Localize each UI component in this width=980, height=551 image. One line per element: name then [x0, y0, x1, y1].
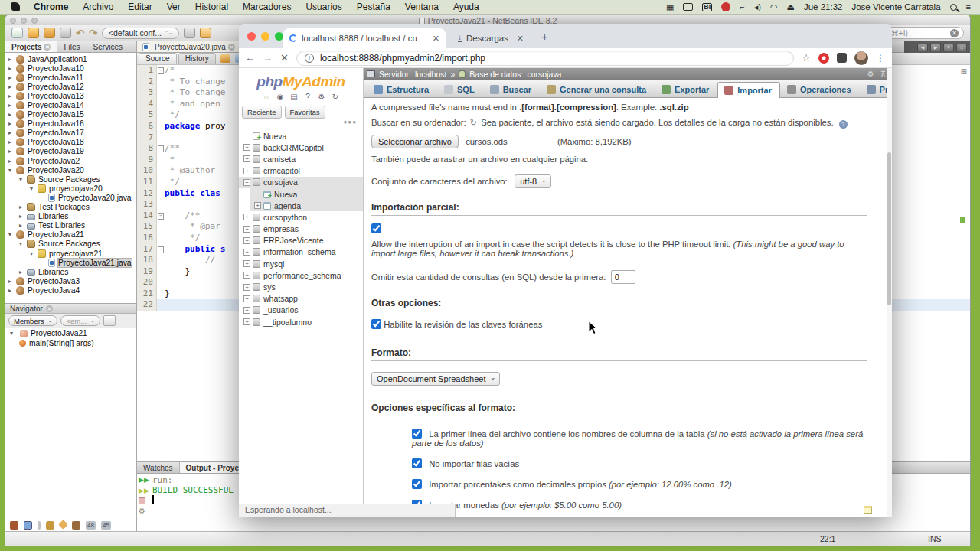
tree-expander-icon[interactable] [8, 148, 15, 155]
fold-marker[interactable] [157, 266, 165, 278]
tree-expander-icon[interactable] [30, 185, 37, 192]
database-tree-item[interactable]: sys [239, 281, 363, 292]
tree-expander-icon[interactable] [243, 307, 250, 314]
database-tree-item[interactable]: cursojava [239, 177, 363, 188]
menubar-item[interactable]: Historial [195, 2, 228, 12]
new-tab-button[interactable]: + [541, 30, 548, 43]
pma-tab[interactable]: Estructura [367, 81, 437, 97]
fold-marker[interactable] [157, 165, 165, 177]
reload-navigation-icon[interactable]: ↻ [331, 93, 341, 102]
menubar-user[interactable]: Jose Vicente Carratala [851, 2, 940, 11]
clear-search-icon[interactable]: ✕ [950, 29, 959, 37]
close-navigator-icon[interactable]: ✕ [46, 305, 53, 312]
menubar-item[interactable]: Ver [167, 2, 181, 12]
site-info-icon[interactable]: i [305, 54, 314, 63]
fold-marker[interactable] [157, 99, 165, 110]
extension-icon[interactable] [818, 53, 829, 64]
redo-icon[interactable]: ↷ [89, 28, 97, 38]
help-icon[interactable]: ? [839, 120, 848, 129]
tab-projects[interactable]: Projects✕ [5, 41, 57, 52]
wifi-icon[interactable]: ◠ [770, 3, 778, 11]
fold-marker[interactable] [157, 188, 165, 200]
statusbar-icon[interactable] [46, 521, 54, 530]
database-tree-item[interactable]: Nueva [250, 188, 363, 200]
scrollbar-track[interactable] [887, 68, 892, 517]
tree-expander-icon[interactable] [8, 278, 15, 285]
project-tree-item[interactable]: ProyectoJava20 [5, 165, 136, 174]
project-tree-item[interactable]: ProyectoJava14 [5, 100, 136, 109]
tree-expander-icon[interactable] [10, 330, 17, 337]
tree-expander-icon[interactable] [243, 144, 250, 151]
rerun-icon[interactable]: ▶▶ [139, 476, 149, 484]
database-tree-item[interactable]: empresas [239, 223, 363, 235]
resize-handle-icon[interactable]: ●●● [239, 119, 363, 126]
fold-marker[interactable] [157, 87, 165, 99]
tree-expander-icon[interactable] [243, 295, 250, 302]
fold-marker[interactable] [157, 244, 165, 256]
editor-tab-proyectojava20[interactable]: ProyectoJava20.java✕ [137, 41, 240, 52]
format-option-label[interactable]: Importar porcentakes como decimales prop… [429, 480, 732, 489]
navigator-class-item[interactable]: ProyectoJava21 [5, 328, 136, 338]
page-settings-gear-icon[interactable]: ⚙ [867, 70, 874, 78]
format-option-checkbox[interactable] [412, 458, 422, 468]
database-tree-item[interactable]: Nueva [239, 130, 363, 142]
fold-marker[interactable] [157, 277, 165, 289]
foreign-key-checkbox[interactable] [371, 319, 381, 329]
project-tree-item[interactable]: ProyectoJava3 [5, 276, 136, 285]
browser-tab-descargas[interactable]: ↓ Descargas ✕ [452, 28, 530, 48]
statusbar-icon[interactable] [10, 521, 18, 530]
navigator-view-select[interactable]: Members [8, 315, 57, 326]
project-tree-item[interactable]: ProyectoJava4 [5, 285, 136, 295]
statusbar-icon[interactable] [38, 521, 41, 530]
fold-marker[interactable] [157, 221, 165, 233]
project-tree-item[interactable]: ProyectoJava21 [5, 230, 136, 240]
project-tree-item[interactable]: ProyectoJava12 [5, 82, 136, 91]
statusbar-icon[interactable]: 48 [86, 521, 96, 530]
fold-marker[interactable] [157, 210, 165, 222]
spotlight-search-icon[interactable] [950, 4, 957, 11]
tab-list-dropdown-icon[interactable]: ▼ [943, 44, 954, 51]
rerun-debug-icon[interactable]: ▶▶ [139, 487, 149, 494]
foreign-key-label[interactable]: Habilite la revisión de las claves forán… [384, 320, 542, 329]
project-tree-item[interactable]: ProyectoJava21.java [38, 258, 136, 267]
tree-expander-icon[interactable] [243, 284, 250, 291]
split-editor-icon[interactable]: ⊞ [961, 67, 967, 76]
extension-icon[interactable] [837, 53, 847, 63]
fold-marker[interactable] [157, 199, 165, 210]
menubar-item[interactable]: Ventana [405, 2, 439, 12]
allow-interrupt-checkbox[interactable] [371, 223, 381, 233]
menubar-item[interactable]: Archivo [83, 2, 113, 12]
fold-marker[interactable] [157, 155, 165, 166]
project-tree-item[interactable]: ProyectoJava11 [5, 73, 136, 82]
pma-tab[interactable]: Buscar [483, 81, 540, 97]
tree-expander-icon[interactable] [243, 179, 250, 186]
pma-tab[interactable]: Importar [717, 82, 780, 98]
tree-expander-icon[interactable] [254, 202, 261, 209]
project-tree-item[interactable]: ProyectoJava15 [5, 110, 136, 119]
project-tree-item[interactable]: proyectojava20 [27, 184, 136, 193]
scroll-tabs-right-icon[interactable]: ▶ [930, 44, 941, 51]
menubar-item[interactable]: Pestaña [357, 2, 390, 12]
new-project-icon[interactable] [28, 28, 39, 38]
tree-expander-icon[interactable] [8, 158, 15, 165]
apple-menu-icon[interactable] [11, 2, 20, 11]
screen-mirroring-icon[interactable]: ⌐ [740, 3, 744, 11]
tree-expander-icon[interactable] [243, 249, 250, 256]
project-tree-item[interactable]: Libraries [16, 212, 136, 221]
menubar-item[interactable]: Marcadores [243, 2, 291, 12]
database-tree-item[interactable]: cursopython [239, 211, 363, 223]
statusbar-icon[interactable] [58, 520, 68, 530]
tree-expander-icon[interactable] [8, 231, 15, 238]
tree-expander-icon[interactable] [8, 287, 15, 294]
tree-expander-icon[interactable] [30, 250, 37, 257]
collapse-console-icon[interactable]: ⊼ [880, 70, 886, 78]
tree-expander-icon[interactable] [8, 56, 15, 63]
tree-expander-icon[interactable] [243, 260, 250, 267]
breadcrumb-server-link[interactable]: localhost [415, 70, 446, 79]
project-tree-item[interactable]: ProyectoJava18 [5, 138, 136, 147]
pma-tab[interactable]: Operaciones [780, 81, 860, 97]
project-tree-item[interactable]: Test Libraries [16, 221, 136, 230]
database-tree-item[interactable]: whatsapp [239, 293, 363, 305]
chrome-menu-icon[interactable]: ⋮ [876, 53, 886, 64]
menubar-item[interactable]: Ayuda [453, 2, 479, 12]
